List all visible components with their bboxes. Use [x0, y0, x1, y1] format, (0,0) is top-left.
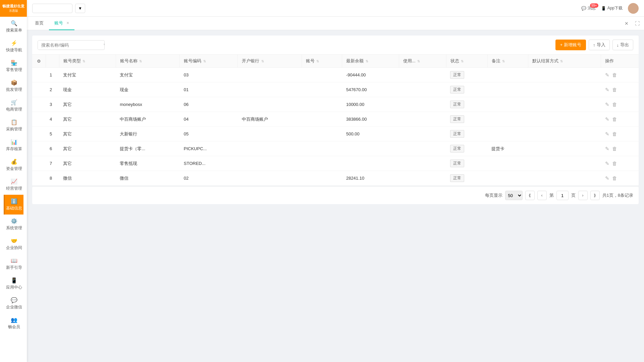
basic-info-label: 基础信息: [6, 205, 22, 211]
col-status[interactable]: 状态 ⇅: [446, 55, 487, 68]
delete-icon-0[interactable]: 🗑: [612, 72, 617, 78]
export-button[interactable]: ↓ 导出: [612, 40, 634, 50]
beginner-guide-icon: 📖: [11, 257, 17, 264]
enterprise-agreement-label: 企业协同: [6, 245, 22, 251]
top-dropdown-btn[interactable]: ▼: [75, 4, 85, 13]
top-search-input[interactable]: [32, 4, 72, 13]
col-config[interactable]: ⚙: [32, 55, 46, 68]
sidebar-item-beginner-guide[interactable]: 📖新手引导: [4, 254, 23, 274]
row-type-1: 现金: [59, 82, 116, 97]
edit-icon-2[interactable]: ✎: [605, 102, 609, 108]
enterprise-agreement-icon: 🤝: [11, 238, 17, 244]
col-balance[interactable]: 最新余额 ⇅: [342, 55, 399, 68]
sidebar: 畅捷通好生意 乐惠版 🔍搜索菜单⚡快捷导航🏪零售管理📦批发管理🛒电商管理📋采购管…: [0, 0, 27, 362]
table-container: ⚙ 账号类型 ⇅ 账号名称 ⇅ 账号编码 ⇅ 开户银行 ⇅ 账号 ⇅ 最新余额 …: [32, 55, 639, 186]
table-row: 8 微信 微信 02 28241.10 正常 ✎ 🗑: [32, 171, 639, 186]
export-label: 导出: [620, 42, 629, 48]
search-button[interactable]: 🔍: [101, 41, 105, 50]
edit-icon-7[interactable]: ✎: [605, 175, 609, 181]
tab-close-icon[interactable]: ✕: [623, 19, 631, 27]
sidebar-item-finance-mgmt[interactable]: 💰资金管理: [4, 155, 23, 175]
search-input[interactable]: [38, 41, 101, 50]
add-account-button[interactable]: + 新增账号: [555, 40, 586, 50]
page-first-btn[interactable]: ⟪: [525, 191, 535, 200]
col-account[interactable]: 账号 ⇅: [302, 55, 342, 68]
status-badge-6: 正常: [450, 160, 464, 167]
edit-icon-1[interactable]: ✎: [605, 87, 609, 93]
row-code-2: 06: [180, 97, 238, 112]
message-btn[interactable]: 💬 消息 99+: [581, 5, 596, 11]
row-name-0: 支付宝: [116, 68, 180, 82]
row-actions-3: ✎ 🗑: [601, 112, 639, 127]
delete-icon-1[interactable]: 🗑: [612, 87, 617, 93]
status-badge-4: 正常: [450, 130, 464, 138]
row-bank-7: [238, 171, 302, 186]
import-button[interactable]: ↑ 导入: [589, 40, 610, 50]
delete-icon-2[interactable]: 🗑: [612, 102, 617, 108]
edit-icon-5[interactable]: ✎: [605, 146, 609, 152]
col-name[interactable]: 账号名称 ⇅: [116, 55, 180, 68]
sidebar-item-search-menu[interactable]: 🔍搜索菜单: [4, 17, 23, 37]
enterprise-wechat-icon: 💬: [11, 297, 17, 303]
page-prev-btn[interactable]: ‹: [537, 191, 547, 200]
purchase-mgmt-icon: 📋: [11, 119, 17, 125]
app-download-btn[interactable]: 📱 App下载: [601, 5, 623, 11]
row-name-6: 零售抵现: [116, 156, 180, 171]
avatar[interactable]: [628, 3, 639, 14]
sidebar-item-retail-mgmt[interactable]: 🏪零售管理: [4, 56, 23, 76]
delete-icon-3[interactable]: 🗑: [612, 116, 617, 122]
delete-icon-4[interactable]: 🗑: [612, 131, 617, 137]
row-balance-6: [342, 156, 399, 171]
status-badge-3: 正常: [450, 115, 464, 123]
tab-home[interactable]: 首页: [30, 17, 49, 30]
col-type[interactable]: 账号类型 ⇅: [59, 55, 116, 68]
sidebar-item-member[interactable]: 👥畅会员: [4, 313, 23, 333]
delete-icon-5[interactable]: 🗑: [612, 146, 617, 152]
enterprise-wechat-label: 企业微信: [6, 304, 22, 310]
sidebar-item-basic-info[interactable]: ℹ️基础信息: [4, 195, 23, 215]
col-code[interactable]: 账号编码 ⇅: [180, 55, 238, 68]
sidebar-item-inventory[interactable]: 📊库存核算: [4, 135, 23, 155]
page-last-btn[interactable]: ⟫: [590, 191, 600, 200]
sidebar-item-ecommerce-mgmt[interactable]: 🛒电商管理: [4, 96, 23, 116]
col-bank[interactable]: 开户银行 ⇅: [238, 55, 302, 68]
row-index-7: 8: [46, 171, 59, 186]
row-bank-1: [238, 82, 302, 97]
tab-account-close[interactable]: ✕: [66, 21, 69, 25]
sidebar-item-purchase-mgmt[interactable]: 📋采购管理: [4, 116, 23, 135]
tab-expand-icon[interactable]: ⛶: [633, 19, 641, 27]
finance-mgmt-icon: 💰: [11, 159, 17, 165]
row-actions-5: ✎ 🗑: [601, 141, 639, 156]
edit-icon-3[interactable]: ✎: [605, 116, 609, 122]
sidebar-item-app-center[interactable]: 📱应用中心: [4, 274, 23, 294]
status-badge-7: 正常: [450, 174, 464, 182]
sidebar-item-enterprise-wechat[interactable]: 💬企业微信: [4, 294, 23, 313]
sidebar-item-operations-mgmt[interactable]: 📈经营管理: [4, 175, 23, 195]
row-account-4: [302, 127, 342, 141]
col-remark[interactable]: 备注 ⇅: [487, 55, 528, 68]
row-bank-3: 中百商场账户: [238, 112, 302, 127]
tab-account[interactable]: 账号 ✕: [49, 17, 74, 30]
page-number-input[interactable]: [556, 191, 569, 200]
row-actions-1: ✎ 🗑: [601, 82, 639, 97]
sidebar-item-quick-nav[interactable]: ⚡快捷导航: [4, 37, 23, 56]
row-code-7: 02: [180, 171, 238, 186]
row-status-3: 正常: [446, 112, 487, 127]
page-size-select[interactable]: 50 100 200: [505, 191, 523, 200]
page-next-btn[interactable]: ›: [578, 191, 588, 200]
row-type-4: 其它: [59, 127, 116, 141]
sidebar-item-wholesale-mgmt[interactable]: 📦批发管理: [4, 76, 23, 96]
edit-icon-4[interactable]: ✎: [605, 131, 609, 137]
col-usage[interactable]: 使用... ⇅: [399, 55, 446, 68]
sidebar-item-system-mgmt[interactable]: ⚙️系统管理: [4, 215, 23, 234]
row-remark-4: [487, 127, 528, 141]
edit-icon-0[interactable]: ✎: [605, 72, 609, 78]
delete-icon-6[interactable]: 🗑: [612, 161, 617, 167]
delete-icon-7[interactable]: 🗑: [612, 175, 617, 181]
search-menu-icon: 🔍: [11, 20, 17, 26]
col-default-settlement[interactable]: 默认结算方式 ⇅: [528, 55, 601, 68]
edit-icon-6[interactable]: ✎: [605, 161, 609, 167]
row-config-1: [32, 82, 46, 97]
row-settlement-5: [528, 141, 601, 156]
sidebar-item-enterprise-agreement[interactable]: 🤝企业协同: [4, 234, 23, 254]
